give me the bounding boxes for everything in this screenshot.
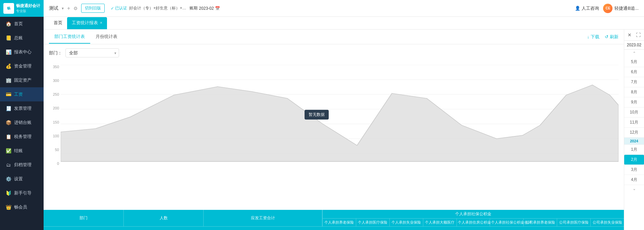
sidebar-item-ledger[interactable]: 📒 总账 — [0, 31, 44, 45]
sidebar-item-label: 资金管理 — [14, 63, 32, 69]
page-content: 部门工资统计表 月份统计表 ↓ 下载 ↺ 刷新 — [44, 30, 624, 230]
th-personal-total: 个人承担社保公积金合计 — [490, 219, 524, 226]
month-5[interactable]: 5月 — [624, 57, 644, 67]
tab-home[interactable]: 首页 — [49, 17, 67, 29]
th-total-salary: 应发工资合计 — [204, 210, 322, 226]
download-button[interactable]: ↓ 下载 — [587, 34, 600, 40]
sidebar: 畅 畅捷通好会计 专业版 🏠 首页 📒 总账 📊 报表中心 💰 资金管理 🏢 固… — [0, 0, 44, 230]
ai-consult-button[interactable]: 👤 人工咨询 — [575, 5, 599, 11]
th-personal-major-medical: 个人承担大额医疗 — [423, 219, 457, 226]
tab-close-icon[interactable]: × — [100, 20, 102, 25]
switch-old-button[interactable]: 切到旧版 — [81, 4, 105, 13]
tabbar: 首页 工资统计报表 × — [44, 17, 644, 30]
ledger-icon: 📒 — [5, 35, 11, 41]
sidebar-item-label: 新手引导 — [14, 190, 32, 196]
scroll-down-icon[interactable]: ⌄ — [631, 185, 637, 192]
sidebar-item-label: 总账 — [14, 35, 23, 41]
expand-panel-icon[interactable]: ⛶ — [636, 32, 641, 38]
sidebar-item-label: 进销台账 — [14, 120, 32, 126]
month-9[interactable]: 9月 — [624, 97, 644, 107]
close-panel-icon[interactable]: ✕ — [628, 32, 632, 38]
right-panel-date: 2023.02 — [624, 41, 644, 50]
filter-bar: 部门： 全部 行政部 财务部 技术部 销售部 ▾ — [44, 44, 624, 61]
right-panel: ✕ ⛶ 2023.02 ⌃ 5月 6月 7月 8月 9月 10月 11月 12月… — [624, 30, 644, 230]
month-1-2024[interactable]: 1月 — [624, 145, 644, 155]
sidebar-item-settings[interactable]: ⚙️ 设置 — [0, 172, 44, 186]
th-personal-pension: 个人承担养老保险 — [323, 219, 356, 226]
sidebar-item-label: 畅会员 — [14, 204, 27, 210]
main-area: 测试 ▾ + ⚙ 切到旧版 ✓ 已认证 好会计（专）+好生意（标）+… 账期 2… — [44, 0, 644, 230]
scroll-up-icon[interactable]: ⌃ — [631, 50, 637, 57]
gear-icon[interactable]: ⚙ — [73, 6, 78, 11]
sidebar-item-tax[interactable]: 📋 税务管理 — [0, 130, 44, 144]
guide-icon: 🔰 — [5, 190, 11, 196]
company-name: 测试 — [49, 5, 58, 11]
month-6[interactable]: 6月 — [624, 67, 644, 77]
sidebar-item-reports[interactable]: 📊 报表中心 — [0, 45, 44, 59]
dept-select[interactable]: 全部 行政部 财务部 技术部 销售部 — [65, 48, 119, 57]
month-2-2024-active[interactable]: 2月 — [624, 155, 644, 165]
settings-icon: ⚙️ — [5, 176, 11, 182]
month-12[interactable]: 12月 — [624, 128, 644, 138]
th-company-medical: 公司承担医疗保险 — [557, 219, 591, 226]
month-8[interactable]: 8月 — [624, 87, 644, 97]
archive-icon: 🗂 — [5, 162, 11, 168]
dept-select-wrapper: 全部 行政部 财务部 技术部 销售部 ▾ — [65, 48, 119, 57]
refresh-button[interactable]: ↺ 刷新 — [605, 34, 619, 40]
app-logo-text: 畅捷通好会计 专业版 — [16, 3, 40, 13]
month-7[interactable]: 7月 — [624, 77, 644, 87]
th-group-personal: 个人承担社保公积金 个人承担养老保险 个人承担医疗保险 个人承担失业保险 个人承… — [322, 210, 624, 226]
checkout-icon: ✅ — [5, 148, 11, 153]
sub-tab-actions: ↓ 下载 ↺ 刷新 — [587, 34, 619, 40]
vip-icon: 👑 — [5, 204, 11, 210]
check-icon: ✓ — [111, 6, 114, 11]
sidebar-item-guide[interactable]: 🔰 新手引导 — [0, 186, 44, 200]
chart-tooltip: 暂无数据 — [305, 110, 329, 120]
sidebar-item-funds[interactable]: 💰 资金管理 — [0, 59, 44, 73]
chart-container: 350 300 250 200 150 100 50 0 — [49, 65, 619, 172]
avatar: CE — [603, 4, 612, 13]
sidebar-item-archive[interactable]: 🗂 归档管理 — [0, 158, 44, 172]
sidebar-nav: 🏠 首页 📒 总账 📊 报表中心 💰 资金管理 🏢 固定资产 💳 工资 🧾 发票… — [0, 17, 44, 230]
month-10[interactable]: 10月 — [624, 107, 644, 118]
right-panel-controls: ✕ ⛶ — [624, 30, 644, 41]
dept-filter-label: 部门： — [49, 50, 62, 56]
funds-icon: 💰 — [5, 63, 11, 69]
sidebar-item-salary[interactable]: 💳 工资 — [0, 87, 44, 101]
tax-icon: 📋 — [5, 134, 11, 139]
th-count: 人数 — [124, 210, 204, 226]
year-2024-badge: 2024 — [624, 138, 644, 145]
sidebar-item-label: 设置 — [14, 176, 23, 182]
sidebar-item-home[interactable]: 🏠 首页 — [0, 17, 44, 31]
sidebar-item-vip[interactable]: 👑 畅会员 — [0, 200, 44, 214]
salary-icon: 💳 — [5, 92, 11, 97]
month-11[interactable]: 11月 — [624, 118, 644, 128]
calendar-icon[interactable]: 📅 — [215, 6, 220, 11]
sidebar-item-label: 固定资产 — [14, 77, 32, 83]
sidebar-item-trade[interactable]: 📦 进销台账 — [0, 116, 44, 130]
sidebar-item-assets[interactable]: 🏢 固定资产 — [0, 73, 44, 87]
sidebar-item-invoice[interactable]: 🧾 发票管理 — [0, 101, 44, 116]
sidebar-item-label: 发票管理 — [14, 105, 32, 111]
app-logo-icon: 畅 — [3, 3, 14, 14]
sub-tab-monthly[interactable]: 月份统计表 — [90, 30, 123, 44]
table-header-top: 部门 人数 应发工资合计 个人承担社保公积金 个人承担养老保险 个人承担医疗保险… — [44, 210, 624, 227]
y-axis-labels: 350 300 250 200 150 100 50 0 — [49, 65, 59, 172]
user-menu[interactable]: CE 轻捷通B追... — [603, 4, 639, 13]
sidebar-item-label: 首页 — [14, 21, 23, 27]
sidebar-item-checkout[interactable]: ✅ 结账 — [0, 144, 44, 158]
download-icon: ↓ — [587, 34, 590, 39]
th-company-unemployment: 公司承担失业保险 — [591, 219, 624, 226]
topbar-right: 👤 人工咨询 CE 轻捷通B追... — [575, 4, 639, 13]
add-company-icon[interactable]: + — [67, 5, 70, 11]
month-4-2024[interactable]: 4月 — [624, 175, 644, 185]
sidebar-item-label: 报表中心 — [14, 49, 32, 55]
accounting-period: 账期 2023-02 📅 — [190, 5, 220, 11]
status-area: ✓ 已认证 好会计（专）+好生意（标）+… 账期 2023-02 📅 — [111, 5, 220, 11]
month-3-2024[interactable]: 3月 — [624, 165, 644, 175]
sidebar-logo: 畅 畅捷通好会计 专业版 — [0, 0, 44, 17]
dropdown-arrow-icon[interactable]: ▾ — [62, 6, 64, 11]
refresh-icon: ↺ — [605, 34, 608, 39]
tab-salary-report[interactable]: 工资统计报表 × — [67, 17, 107, 29]
sub-tab-dept[interactable]: 部门工资统计表 — [49, 30, 90, 44]
